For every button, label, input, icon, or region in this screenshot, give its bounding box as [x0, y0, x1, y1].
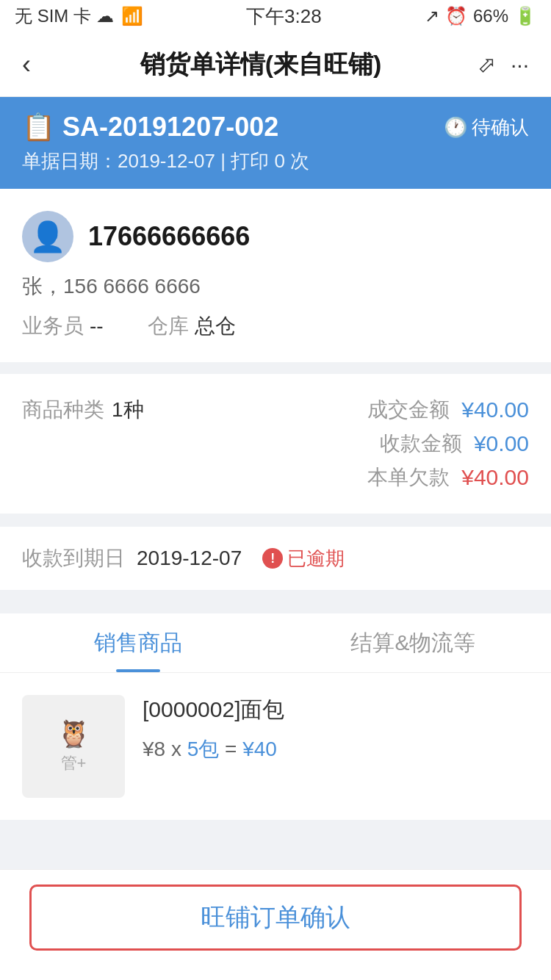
warehouse-value: 总仓: [195, 312, 236, 340]
receipt-amount-value: ¥0.00: [474, 431, 529, 456]
nav-bar: ‹ 销货单详情(来自旺铺) ⬀ ···: [0, 32, 551, 97]
status-left: 无 SIM 卡 ☁ 📶: [15, 4, 143, 28]
share-icon[interactable]: ⬀: [478, 51, 496, 77]
back-button[interactable]: ‹: [22, 49, 66, 80]
order-header-card: 📋 SA-20191207-002 🕐 待确认 单据日期：2019-12-07 …: [0, 97, 551, 189]
due-date-value: 2019-12-07: [137, 547, 242, 570]
order-date: 单据日期：2019-12-07 | 打印 0 次: [22, 148, 529, 174]
status-right: ↗ ⏰ 66% 🔋: [425, 6, 536, 26]
status-time: 下午3:28: [246, 4, 322, 29]
page-title: 销货单详情(来自旺铺): [66, 48, 455, 82]
customer-name: 张，156 6666 6666: [22, 273, 529, 300]
salesperson-label: 业务员: [22, 312, 84, 340]
product-types-label: 商品种类: [22, 396, 104, 424]
status-bar: 无 SIM 卡 ☁ 📶 下午3:28 ↗ ⏰ 66% 🔋: [0, 0, 551, 32]
due-card: 收款到期日 2019-12-07 ! 已逾期: [0, 527, 551, 590]
battery-status: 66%: [473, 6, 508, 26]
tab-products-label: 销售商品: [94, 628, 182, 658]
tab-settlement-label: 结算&物流等: [350, 628, 475, 658]
order-icon: 📋: [22, 112, 55, 143]
sim-status: 无 SIM 卡 ☁: [15, 4, 114, 28]
product-card: 🦉 管+ [0000002]面包 ¥8 x 5包 = ¥40: [0, 673, 551, 820]
overdue-icon: !: [262, 548, 283, 569]
price-value: ¥8: [143, 738, 165, 760]
order-status: 🕐 待确认: [444, 115, 529, 140]
avatar: 👤: [22, 211, 73, 262]
price-quantity: 5包: [187, 738, 220, 760]
tab-products[interactable]: 销售商品: [0, 613, 276, 672]
price-total: ¥40: [242, 738, 277, 760]
overdue-text: 已逾期: [287, 546, 345, 572]
customer-phone: 17666666666: [88, 221, 250, 252]
divider-3: [0, 590, 551, 602]
more-icon[interactable]: ···: [511, 52, 529, 77]
price-equals: =: [225, 738, 242, 760]
bottom-bar: 旺铺订单确认: [0, 869, 551, 980]
owed-amount-value: ¥40.00: [461, 465, 529, 490]
battery-icon: 🔋: [514, 6, 536, 26]
salesperson-value: --: [90, 314, 104, 338]
location-icon: ↗: [425, 6, 439, 26]
owed-amount-label: 本单欠款: [367, 464, 450, 491]
order-id: 📋 SA-20191207-002: [22, 112, 278, 143]
product-info: [0000002]面包 ¥8 x 5包 = ¥40: [143, 695, 529, 763]
user-icon: 👤: [29, 220, 66, 254]
deal-amount-value: ¥40.00: [461, 397, 529, 422]
customer-card: 👤 17666666666 张，156 6666 6666 业务员 -- 仓库 …: [0, 189, 551, 362]
warehouse-label: 仓库: [148, 312, 189, 340]
clock-icon: 🕐: [444, 116, 467, 139]
nav-actions: ⬀ ···: [455, 51, 529, 77]
amounts-section: 成交金额 ¥40.00 收款金额 ¥0.00 本单欠款 ¥40.00: [367, 396, 529, 491]
tab-underline: [116, 669, 160, 672]
price-x: x: [171, 738, 187, 760]
tabs-container: 销售商品 结算&物流等: [0, 613, 551, 673]
product-types-value: 1种: [112, 396, 144, 424]
product-name: [0000002]面包: [143, 695, 529, 725]
product-price: ¥8 x 5包 = ¥40: [143, 735, 529, 763]
customer-meta: 业务员 -- 仓库 总仓: [22, 312, 529, 340]
product-logo: 🦉: [57, 718, 90, 749]
due-date-label: 收款到期日: [22, 544, 125, 572]
tab-settlement[interactable]: 结算&物流等: [276, 613, 551, 672]
product-logo-sub: 管+: [61, 752, 87, 774]
summary-card: 商品种类 1种 成交金额 ¥40.00 收款金额 ¥0.00 本单欠款 ¥40.…: [0, 374, 551, 514]
divider-1: [0, 362, 551, 374]
confirm-button[interactable]: 旺铺订单确认: [29, 884, 522, 951]
overdue-badge: ! 已逾期: [262, 546, 345, 572]
alarm-icon: ⏰: [445, 6, 467, 26]
receipt-amount-label: 收款金额: [380, 430, 462, 458]
deal-amount-label: 成交金额: [367, 396, 450, 424]
wifi-icon: 📶: [121, 6, 143, 26]
product-thumbnail: 🦉 管+: [22, 695, 125, 798]
divider-2: [0, 514, 551, 525]
